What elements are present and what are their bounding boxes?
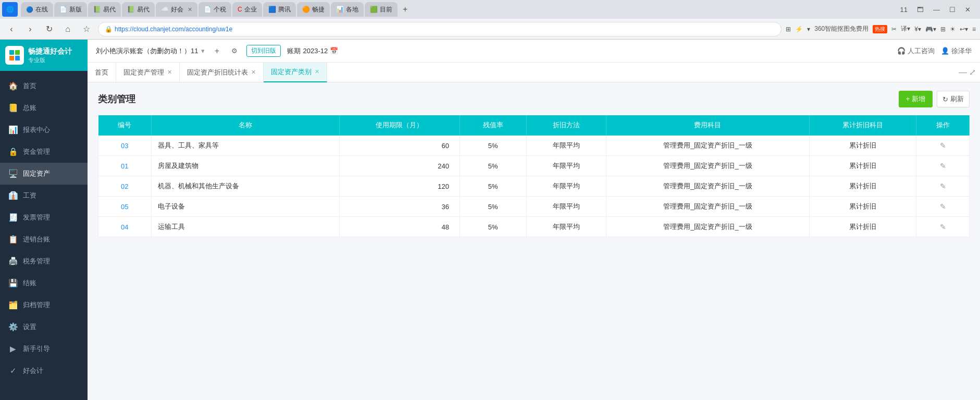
cell-name: 房屋及建筑物 [151,156,339,176]
cell-code: 01 [98,156,152,176]
page-window-expand-icon[interactable]: ⤢ [969,67,976,77]
browser-tab-online[interactable]: 🔵 在线 [21,2,53,17]
address-bar: ‹ › ↻ ⌂ ☆ 🔒 https://cloud.chanjet.com/ac… [0,19,980,40]
cell-code: 02 [98,176,152,197]
cell-action: ✎ [916,136,970,156]
app-container: 畅捷通好会计 专业版 🏠 首页 📒 总账 📊 报表中心 🔒 资金管理 [0,40,980,400]
top-bar: 刘小艳演示账套（勿删勿动！）11 ▾ + ⚙ 切到旧版 账期 2023-12 📅… [88,40,980,63]
cell-name: 电子设备 [151,197,339,217]
page-tab-fixed-assets-mgmt[interactable]: 固定资产管理 ✕ [116,63,180,82]
browser-tab-geshui[interactable]: 📄 个税 [199,2,231,17]
sidebar-item-settings[interactable]: ⚙️ 设置 [0,316,88,338]
sidebar-item-guide[interactable]: ▶ 新手引导 [0,338,88,360]
sidebar-item-payroll[interactable]: 👔 工资 [0,185,88,207]
cell-action: ✎ [916,156,970,176]
edit-icon[interactable]: ✎ [940,223,946,231]
sidebar-item-haokuai[interactable]: ✓ 好会计 [0,360,88,382]
browser-tab-gedi[interactable]: 📊 各地 [331,2,364,17]
sidebar-nav: 🏠 首页 📒 总账 📊 报表中心 🔒 资金管理 🖥️ 固定资产 👔 工资 [0,71,88,400]
switch-old-version-button[interactable]: 切到旧版 [246,45,281,57]
page-header: 类别管理 + 新增 ↻ 刷新 [98,91,970,107]
cell-code: 05 [98,197,152,217]
page-window-minimize-icon[interactable]: — [959,68,967,77]
browser-tab-qiye[interactable]: C 企业 [232,2,262,17]
window-maximize-icon[interactable]: ☐ [946,5,959,15]
calendar-icon: 📅 [330,47,338,55]
edit-icon[interactable]: ✎ [940,202,946,211]
tab-favicon: C [238,6,242,13]
tab-close-depreciation-icon[interactable]: ✕ [251,69,256,76]
browser-tab-changjie[interactable]: 🟠 畅捷 [297,2,330,17]
cell-residual: 5% [460,197,526,217]
col-header-residual: 残值率 [460,115,526,136]
window-restore-icon[interactable]: — [930,5,943,15]
sidebar-item-general-ledger[interactable]: 📒 总账 [0,97,88,119]
svg-rect-0 [9,50,14,55]
sidebar-item-reports[interactable]: 📊 报表中心 [0,119,88,141]
add-account-button[interactable]: + [211,45,222,57]
sidebar-item-closing[interactable]: 💾 结账 [0,272,88,294]
cell-months: 60 [339,136,460,156]
tab-close-category-icon[interactable]: ✕ [315,68,319,75]
sidebar-item-invoice[interactable]: 🧾 发票管理 [0,207,88,228]
page-tab-asset-category[interactable]: 固定资产类别 ✕ [264,63,327,82]
cell-method: 年限平均 [526,156,606,176]
tab-favicon: 📊 [336,6,344,13]
refresh-button[interactable]: ↻ 刷新 [937,91,970,107]
home-button[interactable]: ⌂ [60,22,75,37]
browser-tab-tengxun[interactable]: 🟦 腾讯 [263,2,296,17]
new-tab-button[interactable]: + [399,3,412,16]
edit-icon[interactable]: ✎ [940,141,946,150]
browser-tab-bar: 🌐 🔵 在线 📄 新版 📗 易代 📗 易代 ☁️ 好会 ✕ 📄 个税 C [0,0,980,19]
account-dropdown-icon: ▾ [201,47,205,55]
sidebar-item-tax[interactable]: 🖨️ 税务管理 [0,250,88,272]
user-profile-button[interactable]: 👤 徐泽华 [941,46,972,56]
address-dropdown[interactable]: ▾ [807,26,810,33]
reload-button[interactable]: ↻ [42,22,56,37]
guide-icon: ▶ [8,344,18,354]
funds-icon: 🔒 [8,147,18,156]
browser-tab-yida2[interactable]: 📗 易代 [122,2,155,17]
period-selector[interactable]: 账期 2023-12 📅 [287,46,338,56]
sun-icon: ☀ [950,26,956,33]
browser-tab-muqian[interactable]: 🟩 目前 [365,2,398,17]
cell-expense: 管理费用_固定资产折旧_一级 [606,156,810,176]
consult-button[interactable]: 🎧 人工咨询 [897,46,935,56]
window-close-icon[interactable]: ✕ [962,5,974,15]
tab-close-assets-icon[interactable]: ✕ [167,69,172,76]
haokuai-icon: ✓ [8,366,18,375]
archive-icon: 🗂️ [8,300,18,310]
sidebar-item-home[interactable]: 🏠 首页 [0,75,88,97]
browser-device-icon: ⊞ [786,26,791,33]
browser-tab-haohui[interactable]: ☁️ 好会 ✕ [156,2,197,17]
browser-tab-new[interactable]: 📄 新版 [54,2,87,17]
sidebar-item-inventory[interactable]: 📋 进销台账 [0,228,88,250]
bookmark-button[interactable]: ☆ [79,22,94,37]
sidebar-item-fixed-assets[interactable]: 🖥️ 固定资产 [0,163,88,185]
edit-icon[interactable]: ✎ [940,182,946,190]
page-tab-depreciation-table[interactable]: 固定资产折旧统计表 ✕ [180,63,264,82]
sidebar-label-ledger: 总账 [23,103,36,113]
edit-icon[interactable]: ✎ [940,162,946,170]
menu-icon[interactable]: ≡ [972,26,976,33]
account-settings-button[interactable]: ⚙ [229,45,240,57]
home-icon: 🏠 [8,81,18,91]
currency-icon: ¥▾ [914,26,921,33]
window-minimize-icon[interactable]: 🗔 [914,5,927,15]
url-input[interactable]: 🔒 https://cloud.chanjet.com/accounting/u… [98,22,781,37]
tab-close-icon[interactable]: ✕ [188,6,192,13]
forward-button[interactable]: › [23,22,38,37]
user-account-selector[interactable]: 刘小艳演示账套（勿删勿动！）11 ▾ [96,46,205,56]
cell-months: 120 [339,176,460,197]
browser-tab-yida1[interactable]: 📗 易代 [88,2,121,17]
back-button[interactable]: ‹ [4,22,19,37]
sidebar-label-guide: 新手引导 [23,344,50,354]
hot-badge: 热搜 [873,25,887,33]
category-table: 编号 名称 使用期限（月） 残值率 折旧方法 费用科目 累计折旧科目 操作 03… [98,115,970,237]
tab-favicon: 🔵 [26,6,33,13]
page-tab-home[interactable]: 首页 [88,63,116,82]
sidebar-item-archive[interactable]: 🗂️ 归档管理 [0,294,88,316]
sidebar-item-funds[interactable]: 🔒 资金管理 [0,141,88,163]
cell-residual: 5% [460,176,526,197]
add-category-button[interactable]: + 新增 [899,91,933,107]
